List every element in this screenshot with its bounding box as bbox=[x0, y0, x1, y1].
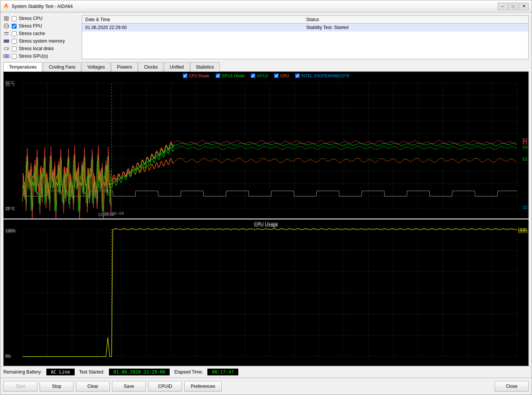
svg-rect-4 bbox=[4, 32, 9, 33]
close-button[interactable]: Close bbox=[495, 381, 529, 392]
legend-cpu-diode-label: CPU Diode bbox=[189, 73, 210, 78]
stress-disks-label: Stress local disks bbox=[19, 46, 54, 51]
cache-icon bbox=[3, 31, 9, 37]
save-button[interactable]: Save bbox=[112, 381, 146, 392]
status-bar: Remaining Battery: AC Line Test Started:… bbox=[0, 366, 532, 378]
svg-rect-9 bbox=[8, 40, 8, 42]
stress-fpu-item: FPU Stress FPU bbox=[3, 23, 79, 29]
main-window: 🔥 System Stability Test - AIDA64 ─ □ ✕ S… bbox=[0, 0, 532, 395]
maximize-button[interactable]: □ bbox=[508, 3, 518, 10]
legend-gpu2-label: GPU2 bbox=[257, 73, 268, 78]
title-bar-buttons: ─ □ ✕ bbox=[498, 3, 529, 10]
log-datetime: 01.06.2020 22:29:00 bbox=[82, 24, 303, 32]
log-status: Stability Test: Started bbox=[303, 24, 528, 32]
battery-label: Remaining Battery: bbox=[3, 369, 42, 375]
col-status: Status bbox=[303, 16, 528, 24]
legend-intel-ssd: INTEL SSDPEKNW010T8 bbox=[295, 73, 350, 78]
stress-cpu-label: Stress CPU bbox=[19, 16, 43, 21]
temp-val-59: 59 bbox=[523, 145, 527, 150]
svg-rect-7 bbox=[5, 40, 5, 42]
gpu-icon bbox=[3, 53, 9, 59]
test-started-label: Test Started: bbox=[79, 369, 104, 375]
svg-rect-8 bbox=[6, 40, 7, 42]
stop-button[interactable]: Stop bbox=[40, 381, 74, 392]
stress-panel: Stress CPU FPU Stress FPU Stress cache bbox=[3, 15, 79, 59]
legend-cpu-diode: CPU Diode bbox=[183, 73, 210, 78]
tab-clocks[interactable]: Clocks bbox=[138, 62, 163, 72]
svg-rect-5 bbox=[4, 34, 9, 35]
clear-button[interactable]: Clear bbox=[76, 381, 110, 392]
cpu-canvas bbox=[4, 220, 528, 366]
memory-icon bbox=[3, 38, 9, 44]
stress-memory-item: Stress system memory bbox=[3, 38, 79, 44]
stress-fpu-checkbox[interactable] bbox=[12, 24, 17, 29]
legend-cpu-diode-checkbox[interactable] bbox=[183, 73, 187, 78]
stress-cache-label: Stress cache bbox=[19, 31, 45, 36]
temp-chart-legend: CPU Diode GPU1 Diode GPU2 CPU bbox=[4, 73, 528, 78]
top-section: Stress CPU FPU Stress FPU Stress cache bbox=[0, 12, 532, 62]
elapsed-value: 00:17:47 bbox=[207, 369, 238, 375]
cpuid-button[interactable]: CPUID bbox=[148, 381, 182, 392]
legend-cpu-label: CPU bbox=[280, 73, 289, 78]
temp-x-label: 22:29:00 bbox=[98, 212, 114, 217]
log-table: Date & Time Status 01.06.2020 22:29:00 S… bbox=[82, 15, 529, 59]
stress-disks-checkbox[interactable] bbox=[12, 46, 17, 51]
preferences-button[interactable]: Preferences bbox=[184, 381, 222, 392]
temp-val-32: 32 bbox=[523, 205, 527, 210]
cpu-end-value: 100% bbox=[518, 227, 528, 232]
title-bar: 🔥 System Stability Test - AIDA64 ─ □ ✕ bbox=[0, 0, 532, 12]
table-row: 01.06.2020 22:29:00 Stability Test: Star… bbox=[82, 24, 528, 32]
stress-cpu-item: Stress CPU bbox=[3, 15, 79, 21]
svg-text:FPU: FPU bbox=[5, 25, 9, 28]
cpu-y-min: 0% bbox=[5, 354, 11, 358]
tab-powers[interactable]: Powers bbox=[111, 62, 138, 72]
tabs-section: Temperatures Cooling Fans Voltages Power… bbox=[0, 62, 532, 72]
bottom-buttons: Start Stop Clear Save CPUID Preferences … bbox=[0, 378, 532, 395]
cpu-y-max: 100% bbox=[5, 228, 16, 233]
elapsed-label: Elapsed Time: bbox=[174, 369, 203, 375]
stress-cache-checkbox[interactable] bbox=[12, 31, 17, 36]
stress-gpu-checkbox[interactable] bbox=[12, 54, 17, 59]
stress-fpu-label: Stress FPU bbox=[19, 23, 42, 29]
stress-memory-label: Stress system memory bbox=[19, 38, 65, 44]
legend-gpu2: GPU2 bbox=[251, 73, 268, 78]
disks-icon bbox=[3, 46, 9, 52]
legend-intel-label: INTEL SSDPEKNW010T8 bbox=[301, 73, 350, 78]
battery-value: AC Line bbox=[46, 369, 75, 375]
svg-point-11 bbox=[7, 48, 8, 49]
legend-intel-checkbox[interactable] bbox=[295, 73, 300, 78]
stress-gpu-item: Stress GPU(s) bbox=[3, 53, 79, 59]
tab-cooling-fans[interactable]: Cooling Fans bbox=[43, 62, 81, 72]
app-icon: 🔥 bbox=[3, 3, 9, 9]
temperature-canvas bbox=[4, 72, 528, 218]
legend-gpu2-checkbox[interactable] bbox=[251, 73, 255, 78]
cpu-icon bbox=[3, 15, 9, 21]
stress-gpu-label: Stress GPU(s) bbox=[19, 54, 48, 59]
log-data-table: Date & Time Status 01.06.2020 22:29:00 S… bbox=[82, 16, 528, 32]
main-content: Stress CPU FPU Stress FPU Stress cache bbox=[0, 12, 532, 395]
start-button[interactable]: Start bbox=[3, 381, 37, 392]
legend-cpu-checkbox[interactable] bbox=[274, 73, 279, 78]
svg-rect-13 bbox=[5, 55, 8, 57]
cpu-usage-chart: CPU Usage 100% 0% 100% bbox=[3, 219, 529, 366]
stress-cache-item: Stress cache bbox=[3, 31, 79, 37]
temperature-chart: CPU Diode GPU1 Diode GPU2 CPU bbox=[3, 72, 529, 219]
tab-statistics[interactable]: Statistics bbox=[190, 62, 220, 72]
tab-bar: Temperatures Cooling Fans Voltages Power… bbox=[3, 62, 529, 72]
legend-gpu1-diode: GPU1 Diode bbox=[216, 73, 245, 78]
stress-disks-item: Stress local disks bbox=[3, 46, 79, 52]
temp-val-52: 52 bbox=[523, 157, 527, 162]
col-datetime: Date & Time bbox=[82, 16, 303, 24]
tab-voltages[interactable]: Voltages bbox=[82, 62, 110, 72]
stress-cpu-checkbox[interactable] bbox=[12, 16, 17, 21]
window-title: System Stability Test - AIDA64 bbox=[12, 4, 498, 9]
legend-gpu1-diode-label: GPU1 Diode bbox=[222, 73, 245, 78]
legend-cpu: CPU bbox=[274, 73, 289, 78]
stress-memory-checkbox[interactable] bbox=[12, 39, 17, 44]
tab-temperatures[interactable]: Temperatures bbox=[3, 62, 42, 72]
tab-unified[interactable]: Unified bbox=[164, 62, 189, 72]
close-window-button[interactable]: ✕ bbox=[519, 3, 529, 10]
minimize-button[interactable]: ─ bbox=[498, 3, 507, 10]
temp-y-max: 95°C bbox=[5, 80, 15, 85]
legend-gpu1-diode-checkbox[interactable] bbox=[216, 73, 220, 78]
